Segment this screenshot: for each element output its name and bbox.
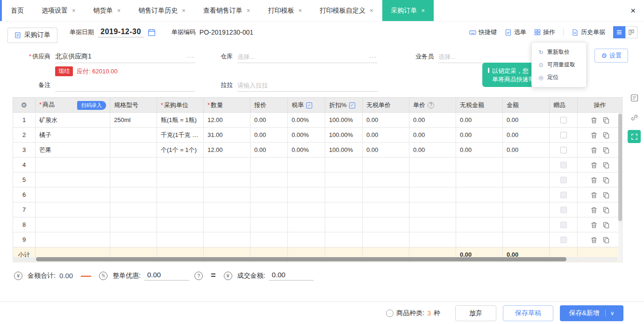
supplier-more-button[interactable]: ···	[186, 53, 195, 60]
cell-product[interactable]	[36, 158, 110, 173]
delete-row-icon[interactable]	[591, 192, 597, 199]
cell-spec[interactable]	[110, 187, 157, 202]
nav-tab-5[interactable]: 打印模板×	[259, 0, 311, 21]
cell-qty[interactable]: 31.00	[204, 128, 250, 143]
cell-spec[interactable]	[110, 173, 157, 187]
cell-notax-amount[interactable]	[456, 187, 503, 202]
cell-discount[interactable]: 100.00%	[325, 128, 363, 143]
cell-price[interactable]	[409, 187, 456, 202]
cell-qty[interactable]	[204, 232, 250, 247]
cell-quote[interactable]	[250, 217, 288, 232]
order-discount-input[interactable]: 0.00	[144, 271, 189, 281]
cell-qty[interactable]: 12.00	[204, 143, 250, 158]
cell-notax-price[interactable]: 0.00	[363, 113, 409, 128]
copy-row-icon[interactable]	[603, 237, 609, 244]
cell-quote[interactable]: 0.00	[250, 113, 288, 128]
cell-unit[interactable]	[157, 158, 204, 173]
gift-checkbox[interactable]	[560, 177, 567, 183]
tab-close-icon[interactable]: ×	[422, 7, 425, 14]
cell-price[interactable]	[409, 217, 456, 232]
gift-checkbox[interactable]	[560, 207, 567, 213]
cell-notax-price[interactable]	[363, 202, 409, 217]
cell-unit[interactable]	[157, 173, 204, 187]
doc-type-tab[interactable]: 采购订单	[7, 28, 57, 43]
cell-quote[interactable]	[250, 202, 288, 217]
remark-input[interactable]	[55, 80, 195, 90]
cell-tax-rate[interactable]	[288, 202, 325, 217]
operate-button[interactable]: 操作	[534, 28, 555, 36]
cell-qty[interactable]	[204, 202, 250, 217]
tab-close-icon[interactable]: ×	[298, 7, 302, 14]
deal-amount-input[interactable]: 0.00	[269, 271, 314, 281]
supplier-input[interactable]	[55, 51, 186, 62]
cell-product[interactable]	[36, 187, 110, 202]
cell-product[interactable]	[36, 217, 110, 232]
delete-row-icon[interactable]	[591, 117, 597, 124]
menu-item-2[interactable]: ◎定位	[532, 71, 586, 84]
save-draft-button[interactable]: 保存草稿	[503, 305, 553, 321]
cell-tax-rate[interactable]	[288, 173, 325, 187]
cell-unit[interactable]	[157, 232, 204, 247]
cell-notax-amount[interactable]: 0.00	[456, 143, 503, 158]
cell-qty[interactable]	[204, 158, 250, 173]
gift-checkbox[interactable]	[560, 192, 567, 198]
salesman-input[interactable]	[438, 51, 523, 62]
cell-notax-price[interactable]: 0.00	[363, 128, 409, 143]
cell-price[interactable]: 0.00	[409, 143, 456, 158]
cell-discount[interactable]	[325, 202, 363, 217]
link-button[interactable]	[627, 110, 641, 124]
cell-product[interactable]	[36, 202, 110, 217]
delete-row-icon[interactable]	[591, 177, 597, 184]
shortcuts-button[interactable]: 快捷键	[469, 28, 497, 36]
copy-row-icon[interactable]	[603, 162, 609, 169]
cell-notax-price[interactable]	[363, 158, 409, 173]
nav-tab-6[interactable]: 打印模板自定义×	[311, 0, 382, 21]
cell-notax-price[interactable]: 0.00	[363, 143, 409, 158]
cell-notax-amount[interactable]	[456, 217, 503, 232]
cell-product[interactable]	[36, 173, 110, 187]
gift-checkbox[interactable]	[560, 222, 567, 228]
cell-amount[interactable]: 0.00	[503, 143, 550, 158]
nav-tab-4[interactable]: 查看销售订单×	[194, 0, 259, 21]
copy-row-icon[interactable]	[603, 222, 609, 229]
batch-edit-icon[interactable]: ✓	[306, 102, 312, 108]
warehouse-more-button[interactable]: ···	[368, 53, 378, 60]
cell-notax-price[interactable]	[363, 187, 409, 202]
column-settings-icon[interactable]: ⚙	[21, 101, 27, 109]
cell-discount[interactable]	[325, 158, 363, 173]
tab-close-icon[interactable]: ×	[117, 7, 121, 14]
delete-row-icon[interactable]	[591, 147, 597, 154]
settings-button[interactable]: ⚙ 设置	[594, 49, 628, 63]
cell-qty[interactable]	[204, 217, 250, 232]
cell-notax-price[interactable]	[363, 232, 409, 247]
warehouse-input[interactable]	[237, 51, 368, 62]
cell-discount[interactable]: 100.00%	[325, 143, 363, 158]
cell-price[interactable]	[409, 232, 456, 247]
tab-close-icon[interactable]: ×	[247, 7, 250, 14]
cell-tax-rate[interactable]: 0.00%	[288, 113, 325, 128]
cell-discount[interactable]	[325, 187, 363, 202]
cell-spec[interactable]	[110, 158, 157, 173]
vertical-scrollbar-thumb[interactable]	[618, 114, 622, 221]
nav-tab-2[interactable]: 销货单×	[85, 0, 130, 21]
help-circle-icon[interactable]: ?	[194, 272, 203, 280]
supplier-field[interactable]: ···	[55, 50, 195, 63]
horizontal-scrollbar-thumb[interactable]	[36, 257, 566, 261]
copy-row-icon[interactable]	[603, 147, 609, 154]
form-notes-button[interactable]	[627, 91, 641, 105]
scan-entry-badge[interactable]: 扫码录入	[77, 101, 106, 110]
menu-item-0[interactable]: ↻重新取价	[532, 46, 586, 58]
cell-amount[interactable]: 0.00	[503, 113, 550, 128]
cell-quote[interactable]	[250, 187, 288, 202]
cell-amount[interactable]: 0.00	[503, 128, 550, 143]
cell-price[interactable]: 0.00	[409, 128, 456, 143]
cell-notax-amount[interactable]	[456, 173, 503, 187]
delete-row-icon[interactable]	[591, 222, 597, 229]
cell-amount[interactable]	[503, 232, 550, 247]
cell-discount[interactable]	[325, 217, 363, 232]
horizontal-scrollbar[interactable]	[13, 257, 618, 261]
select-order-button[interactable]: 选单	[505, 28, 526, 36]
nav-tab-7[interactable]: 采购订单×	[382, 0, 434, 21]
batch-edit-icon[interactable]: ✓	[349, 102, 355, 108]
gift-checkbox[interactable]	[560, 132, 567, 138]
